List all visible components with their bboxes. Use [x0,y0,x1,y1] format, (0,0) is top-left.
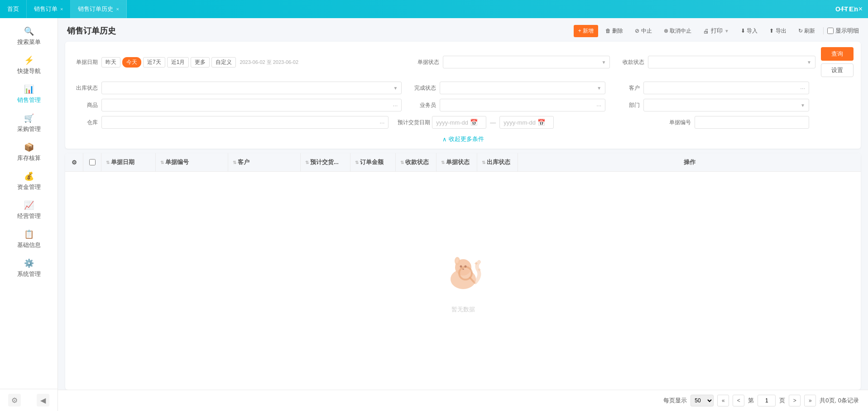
query-actions: 查询 设置 [821,47,854,77]
main-layout: 🔍 搜索菜单 ⚡ 快捷导航 📊 销售管理 🛒 采购管理 📦 库存核算 💰 资金管… [0,18,868,411]
pagination-bar: 每页显示 20 50 100 « < 第 页 > » 共0页, 0条记录 [58,390,868,411]
sidebar-item-purchase-mgmt[interactable]: 🛒 采购管理 [0,109,58,138]
sidebar-item-search-menu[interactable]: 🔍 搜索菜单 [0,22,58,51]
th-delivery[interactable]: ⇅ 预计交货... [301,153,350,171]
page-size-select[interactable]: 20 50 100 [691,395,714,406]
show-detail-label: 显示明细 [835,27,859,35]
customer-input[interactable]: ··· [643,82,809,94]
delivery-date-from[interactable]: yyyy-mm-dd 📅 [432,116,486,129]
last-page-button[interactable]: » [804,395,816,406]
date-quick-buttons: 昨天 今天 近7天 近1月 更多 自定义 [101,57,236,68]
th-date[interactable]: ⇅ 单据日期 [101,153,156,171]
sidebar-item-finance-label: 资金管理 [17,183,41,191]
th-order-status-label: 单据状态 [446,158,470,166]
tab-sales-order[interactable]: 销售订单 × [27,0,71,18]
sidebar-item-inventory-label: 库存核算 [17,154,41,162]
select-all-checkbox[interactable] [89,159,96,165]
svg-point-6 [460,265,462,267]
refresh-button[interactable]: ↻ 刷新 [794,25,820,37]
payment-status-arrow: ▼ [807,60,811,65]
tab-sales-order-close[interactable]: × [60,6,63,12]
svg-point-7 [464,265,466,267]
show-detail-checkbox-label[interactable]: 显示明细 [827,27,859,35]
collapse-row[interactable]: ∧ 收起更多条件 [72,133,854,143]
top-bar: 首页 销售订单 × 销售订单历史 × — □ × OfTEn [0,0,868,18]
sidebar-item-operations-label: 经营管理 [17,212,41,220]
sidebar-item-sales-mgmt[interactable]: 📊 销售管理 [0,80,58,109]
settings-bottom-icon[interactable]: ⚙ [8,394,21,406]
salesman-input[interactable]: ··· [440,99,605,111]
date-btn-yesterday[interactable]: 昨天 [101,57,120,68]
th-amount-label: 订单金额 [360,158,384,166]
first-page-button[interactable]: « [717,395,729,406]
date-btn-more[interactable]: 更多 [191,57,210,68]
export-button[interactable]: ⬆ 导出 [765,25,791,37]
show-detail-checkbox[interactable] [827,28,834,34]
filter-item-payment-status: 收款状态 ▼ [619,56,815,68]
filter-item-salesman: 业务员 ··· [411,99,605,111]
delivery-date-to[interactable]: yyyy-mm-dd 📅 [499,116,554,129]
base-info-icon: 📋 [24,229,34,239]
settings-button[interactable]: 设置 [821,63,854,77]
order-status-arrow: ▼ [602,60,606,65]
order-number-label: 单据编号 [666,119,691,126]
tab-sales-order-history-close[interactable]: × [116,6,119,12]
product-input[interactable]: ··· [101,99,402,111]
delivery-date-to-text: yyyy-mm-dd [504,119,536,126]
order-number-input[interactable] [695,116,809,129]
page-title: 销售订单历史 [67,25,116,36]
warehouse-status-select[interactable]: ▼ [101,82,402,94]
th-customer[interactable]: ⇅ 客户 [228,153,301,171]
filter-item-order-status: 单据状态 ▼ [414,56,610,68]
payment-status-select[interactable]: ▼ [648,56,815,68]
calendar-from-icon: 📅 [470,119,478,126]
date-btn-7days[interactable]: 近7天 [143,57,165,68]
cancel-stop-button[interactable]: ⊗ 取消中止 [659,25,696,37]
date-btn-today[interactable]: 今天 [122,57,141,68]
table-empty-state: ✦ ✦ 暂无数据 [65,172,861,390]
filter-item-department: 部门 ▼ [614,99,809,111]
warehouse-status-arrow: ▼ [393,86,398,91]
th-settings[interactable]: ⚙ [65,153,83,171]
th-payment[interactable]: ⇅ 收款状态 [396,153,436,171]
th-warehouse-status[interactable]: ⇅ 出库状态 [477,153,518,171]
th-number[interactable]: ⇅ 单据编号 [156,153,228,171]
date-btn-1month[interactable]: 近1月 [167,57,189,68]
date-btn-custom[interactable]: 自定义 [211,57,236,68]
delete-button[interactable]: 🗑 删除 [601,25,628,37]
import-button[interactable]: ⬇ 导入 [736,25,762,37]
sidebar-item-inventory[interactable]: 📦 库存核算 [0,138,58,167]
th-warehouse-status-label: 出库状态 [487,158,510,166]
sidebar-item-base-info[interactable]: 📋 基础信息 [0,225,58,254]
stop-button[interactable]: ⊘ 中止 [630,25,656,37]
completion-status-label: 完成状态 [411,84,436,92]
prev-page-button[interactable]: < [733,395,744,406]
inventory-icon: 📦 [24,142,34,152]
window-close-icon[interactable]: × [858,5,863,13]
print-button[interactable]: 🖨 🖨 打印 打印 ▼ [699,24,734,37]
department-select[interactable]: ▼ [643,99,809,111]
order-status-select[interactable]: ▼ [443,56,610,68]
sidebar-item-finance[interactable]: 💰 资金管理 [0,167,58,196]
sidebar-item-operations[interactable]: 📈 经营管理 [0,196,58,225]
next-page-button[interactable]: > [789,395,801,406]
sidebar-item-quick-nav[interactable]: ⚡ 快捷导航 [0,51,58,80]
page-number-input[interactable] [758,395,776,406]
tab-sales-order-history[interactable]: 销售订单历史 × [71,0,126,18]
print-dropdown-icon[interactable]: ▼ [724,29,729,34]
completion-status-select[interactable]: ▼ [440,82,605,94]
tab-bar: 首页 销售订单 × 销售订单历史 × [0,0,834,18]
sidebar-item-sys-mgmt[interactable]: ⚙️ 系统管理 [0,254,58,283]
filter-row-4: 仓库 ··· 预计交货日期 yyyy-mm-dd 📅 — yyyy-mm-dd … [72,116,854,129]
th-amount[interactable]: ⇅ 订单金额 [350,153,396,171]
tab-home[interactable]: 首页 [0,0,27,18]
volume-bottom-icon[interactable]: ◀ [37,394,49,406]
sort-number-icon: ⇅ [160,160,164,165]
filter-item-order-number: 单据编号 [666,116,809,129]
new-button[interactable]: + 新增 [574,25,598,37]
th-order-status[interactable]: ⇅ 单据状态 [436,153,477,171]
warehouse-input[interactable]: ··· [101,116,388,129]
salesman-label: 业务员 [411,102,436,109]
query-button[interactable]: 查询 [821,47,854,61]
svg-text:✦: ✦ [474,260,479,267]
